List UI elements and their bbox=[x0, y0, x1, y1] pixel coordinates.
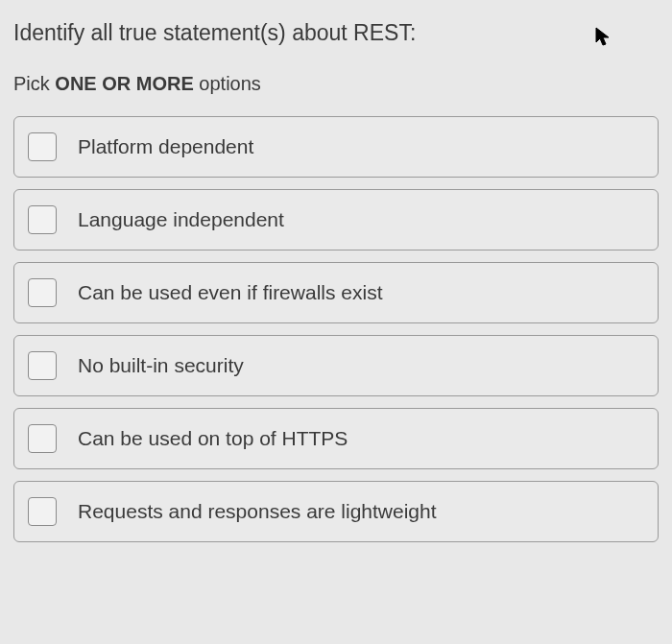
options-list: Platform dependent Language independent … bbox=[13, 116, 659, 542]
option-row[interactable]: Can be used even if firewalls exist bbox=[13, 262, 659, 323]
option-label: Can be used on top of HTTPS bbox=[78, 427, 348, 450]
option-row[interactable]: Platform dependent bbox=[13, 116, 659, 178]
checkbox-icon[interactable] bbox=[28, 424, 57, 453]
option-row[interactable]: Requests and responses are lightweight bbox=[13, 481, 659, 542]
checkbox-icon[interactable] bbox=[28, 351, 57, 380]
option-row[interactable]: No built-in security bbox=[13, 335, 659, 396]
checkbox-icon[interactable] bbox=[28, 278, 57, 307]
instruction-suffix: options bbox=[194, 73, 261, 94]
checkbox-icon[interactable] bbox=[28, 205, 57, 234]
instruction-strong: ONE OR MORE bbox=[55, 73, 193, 94]
instruction: Pick ONE OR MORE options bbox=[13, 73, 659, 95]
option-row[interactable]: Language independent bbox=[13, 189, 659, 250]
checkbox-icon[interactable] bbox=[28, 497, 57, 526]
option-label: Language independent bbox=[78, 208, 284, 231]
instruction-prefix: Pick bbox=[13, 73, 55, 94]
option-label: Can be used even if firewalls exist bbox=[78, 281, 383, 304]
question-title: Identify all true statement(s) about RES… bbox=[13, 19, 659, 48]
checkbox-icon[interactable] bbox=[28, 132, 57, 161]
option-label: Requests and responses are lightweight bbox=[78, 500, 437, 523]
option-label: No built-in security bbox=[78, 354, 244, 377]
option-label: Platform dependent bbox=[78, 135, 253, 158]
option-row[interactable]: Can be used on top of HTTPS bbox=[13, 408, 659, 469]
